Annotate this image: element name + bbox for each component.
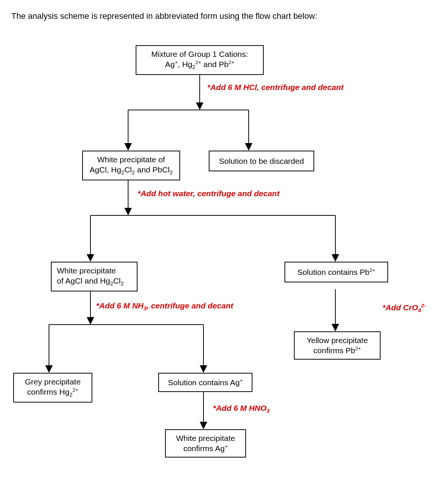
step-add-nh3: *Add 6 M NH3, centrifuge and decant [96,301,233,311]
box-yellow-ppt-pb: Yellow precipitate confirms Pb2+ [294,331,381,360]
box-line: Grey precipitate [18,377,88,387]
box-line: of AgCl and Hg2Cl2 [57,276,133,287]
box-line: confirms Hg22+ [18,387,88,398]
step-add-hcl: *Add 6 M HCl, centrifuge and decant [207,83,344,92]
box-line: White precipitate [170,433,242,443]
box-white-ppt-ag: White precipitate confirms Ag+ [165,429,246,458]
box-line: Solution to be discarded [219,157,304,165]
box-solution-pb: Solution contains Pb2+ [284,262,388,282]
box-white-ppt-agcl-hg2cl2: White precipitate of AgCl and Hg2Cl2 [51,262,138,291]
box-line: Yellow precipitate [298,335,376,345]
box-solution-ag: Solution contains Ag+ [158,373,252,392]
step-add-hot-water: *Add hot water, centrifuge and decant [138,189,280,198]
box-line: Ag+, Hg22+ and Pb2+ [140,59,259,71]
box-line: Solution contains Pb2+ [297,268,375,276]
box-line: Mixture of Group 1 Cations: [140,49,259,59]
box-solution-discarded: Solution to be discarded [209,151,314,171]
box-line: Solution contains Ag+ [168,378,243,387]
step-add-hno3: *Add 6 M HNO3 [213,404,270,414]
box-mixture-cations: Mixture of Group 1 Cations: Ag+, Hg22+ a… [136,45,264,75]
box-line: AgCl, Hg2Cl2 and PbCl2 [87,165,176,176]
flowchart-page: The analysis scheme is represented in ab… [0,0,448,482]
box-white-ppt-agcl-hg2cl2-pbcl2: White precipitate of AgCl, Hg2Cl2 and Pb… [82,151,180,180]
step-add-cro4: *Add CrO42- [382,303,426,313]
intro-text: The analysis scheme is represented in ab… [11,11,317,21]
box-grey-ppt-hg: Grey precipitate confirms Hg22+ [13,373,92,403]
box-line: confirms Ag+ [170,443,242,453]
box-line: White precipitate [57,265,133,276]
box-line: confirms Pb2+ [298,345,376,355]
box-line: White precipitate of [87,154,176,165]
